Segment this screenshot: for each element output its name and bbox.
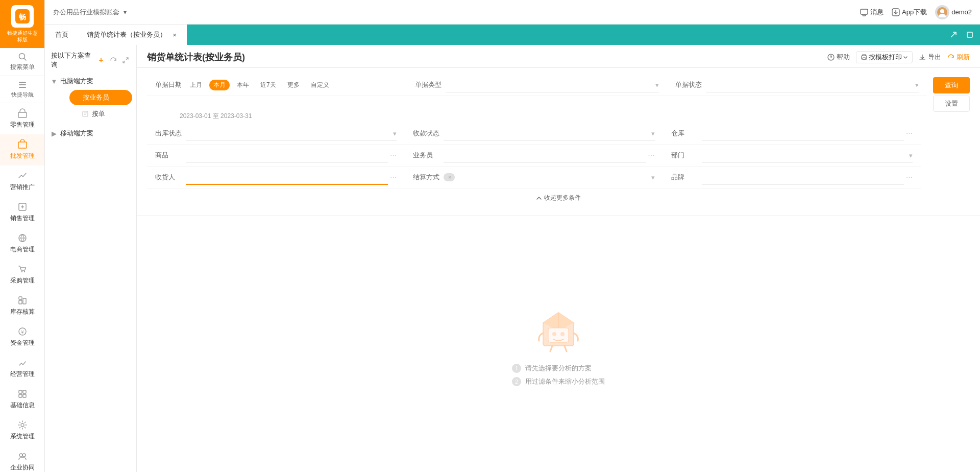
sidebar-item-marketing[interactable]: 营销推广 — [0, 166, 44, 197]
collect-status-control[interactable]: ▾ — [444, 126, 654, 141]
tip-text-1: 请先选择要分析的方案 — [525, 364, 592, 373]
warehouse-control[interactable]: ··· — [702, 126, 913, 141]
sidebar-item-ecommerce[interactable]: 电商管理 — [0, 228, 44, 259]
tree-item-doc[interactable]: 按单 — [69, 106, 132, 122]
receiver-dots[interactable]: ··· — [390, 173, 397, 182]
salesperson-control[interactable]: ··· — [444, 148, 654, 163]
salesperson-input[interactable] — [444, 148, 646, 163]
filter-area: 单据日期 上月 本月 本年 近7天 更多 自定义 — [137, 68, 980, 216]
salesperson-label: 业务员 — [413, 151, 439, 160]
svg-point-53 — [560, 332, 565, 336]
help-btn[interactable]: 帮助 — [827, 53, 850, 62]
warehouse-input[interactable] — [702, 126, 904, 141]
product-input[interactable] — [186, 148, 388, 163]
filter-row4: 收货人 ··· 结算方式 × ▾ — [147, 167, 921, 188]
doc-item-label: 按单 — [92, 109, 105, 119]
sidebar-logo[interactable]: 畅 畅捷通好生意 标版 — [0, 0, 44, 48]
brand-control[interactable]: ··· — [702, 170, 913, 185]
sidebar-item-inventory[interactable]: 库存核算 — [0, 290, 44, 321]
sidebar-item-retail[interactable]: 零售管理 — [0, 103, 44, 134]
print-icon — [861, 54, 868, 61]
receiver-cell: 收货人 ··· — [147, 167, 405, 188]
out-status-label: 出库状态 — [155, 129, 182, 138]
refresh-scheme-btn[interactable] — [109, 56, 118, 65]
page-actions: 帮助 按模板打印 — [827, 51, 970, 63]
out-status-control[interactable]: ▾ — [186, 126, 397, 141]
sidebar-item-operations[interactable]: 经营管理 — [0, 352, 44, 384]
tab-sales-stat[interactable]: 销货单统计表（按业务员） × — [79, 25, 187, 45]
sidebar: 畅 畅捷通好生意 标版 搜索菜单 快捷导航 零售管理 批发管理 — [0, 0, 45, 472]
svg-point-26 — [19, 454, 22, 457]
topbar-right: 消息 App下载 demo2 — [860, 5, 972, 19]
date-btn-this-month[interactable]: 本月 — [209, 80, 230, 90]
sidebar-search-item[interactable]: 搜索菜单 — [0, 48, 44, 76]
sidebar-item-sales[interactable]: 销售管理 — [0, 197, 44, 228]
brand-dots[interactable]: ··· — [906, 173, 913, 182]
svg-rect-21 — [19, 390, 22, 393]
brand-input[interactable] — [702, 170, 904, 185]
user-btn[interactable]: demo2 — [935, 5, 972, 19]
date-btn-more[interactable]: 更多 — [283, 80, 304, 90]
sales-label: 销售管理 — [10, 214, 35, 223]
app-download-btn[interactable]: App下载 — [892, 8, 927, 17]
date-btn-last-month[interactable]: 上月 — [186, 80, 206, 90]
receiver-input[interactable] — [186, 170, 388, 185]
sidebar-item-system[interactable]: 系统管理 — [0, 415, 44, 446]
svg-rect-24 — [23, 394, 26, 397]
department-select[interactable] — [702, 148, 913, 163]
doc-status-control[interactable]: ▾ — [706, 77, 919, 92]
tab-home[interactable]: 首页 — [45, 25, 79, 45]
collapse-btn[interactable]: 收起更多条件 — [533, 191, 584, 205]
add-scheme-btn[interactable]: + — [96, 56, 106, 65]
sidebar-item-finance[interactable]: ¥ 资金管理 — [0, 321, 44, 352]
tab-maximize-btn[interactable] — [964, 29, 976, 41]
department-control[interactable]: ▾ — [702, 148, 913, 163]
date-filters: 上月 本月 本年 近7天 更多 自定义 — [186, 80, 333, 90]
messages-btn[interactable]: 消息 — [860, 8, 884, 17]
refresh-btn[interactable]: 刷新 — [947, 53, 970, 62]
tip-text-2: 用过滤条件来缩小分析范围 — [525, 377, 605, 386]
product-control[interactable]: ··· — [186, 148, 397, 163]
product-dots[interactable]: ··· — [390, 151, 397, 160]
doc-status-select[interactable] — [706, 77, 919, 92]
operations-icon — [17, 358, 28, 368]
doc-type-control[interactable]: ▾ — [446, 77, 658, 92]
sidebar-item-cooperation[interactable]: 企业协同 — [0, 446, 44, 472]
sidebar-item-purchase[interactable]: 采购管理 — [0, 259, 44, 290]
date-btn-custom[interactable]: 自定义 — [307, 80, 333, 90]
settlement-arrow: ▾ — [651, 174, 655, 181]
out-status-select[interactable] — [186, 126, 397, 141]
expand-icon[interactable]: ▼ — [51, 78, 57, 84]
refresh-label: 刷新 — [957, 53, 970, 62]
settlement-badge[interactable]: × — [444, 173, 454, 181]
warehouse-dots[interactable]: ··· — [906, 129, 913, 138]
query-button[interactable]: 查询 — [933, 77, 970, 93]
sidebar-item-wholesale[interactable]: 批发管理 — [0, 134, 44, 166]
receiver-control[interactable]: ··· — [186, 170, 397, 185]
svg-rect-51 — [548, 328, 569, 342]
topbar-dropdown-btn[interactable]: ▾ — [124, 9, 127, 16]
collapse-panel-btn[interactable] — [121, 56, 130, 65]
tree-item-salesperson[interactable]: 按业务员 — [69, 90, 132, 105]
sidebar-item-basic[interactable]: 基础信息 — [0, 384, 44, 415]
product-label: 商品 — [155, 151, 182, 160]
brand-label: 品牌 — [671, 173, 698, 182]
left-panel: 按以下方案查询 + — [45, 45, 137, 472]
mobile-expand-icon[interactable]: ▶ — [51, 130, 57, 136]
date-btn-this-year[interactable]: 本年 — [233, 80, 253, 90]
date-btn-7days[interactable]: 近7天 — [256, 80, 280, 90]
out-status-cell: 出库状态 ▾ — [147, 123, 405, 145]
date-label: 单据日期 — [155, 80, 182, 89]
doc-type-select[interactable] — [446, 77, 658, 92]
sidebar-quick-nav[interactable]: 快捷导航 — [0, 76, 44, 103]
export-btn[interactable]: 导出 — [919, 53, 941, 62]
settings-button[interactable]: 设置 — [933, 96, 970, 112]
badge-close[interactable]: × — [448, 174, 451, 180]
tab-minimize-btn[interactable] — [947, 29, 960, 41]
salesperson-dots[interactable]: ··· — [648, 151, 654, 160]
collect-status-select[interactable] — [444, 126, 654, 141]
tab-close-btn[interactable]: × — [170, 31, 179, 39]
settlement-control[interactable]: × ▾ — [444, 173, 654, 181]
print-btn[interactable]: 按模板打印 — [856, 51, 913, 63]
tip-num-2: 2 — [512, 377, 521, 386]
